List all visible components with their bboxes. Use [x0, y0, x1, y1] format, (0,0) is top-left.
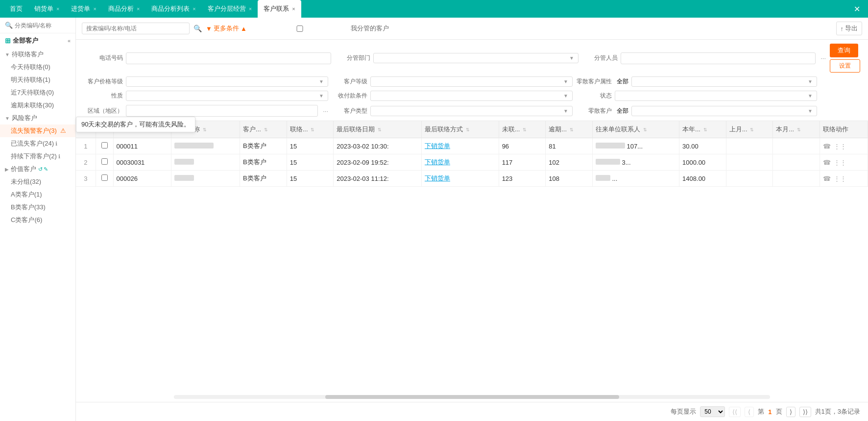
sidebar-item-declining[interactable]: 持续下滑客户(2) ℹ: [0, 150, 75, 163]
row2-more-icon[interactable]: ⋮⋮: [834, 159, 846, 166]
cust-grade-select[interactable]: ▼: [370, 76, 573, 87]
sidebar-all-customers[interactable]: ⊞ 全部客户 «: [0, 33, 75, 48]
sidebar-item-churned[interactable]: 已流失客户(24) ℹ: [0, 137, 75, 150]
my-customers-checkbox-label[interactable]: 我分管的客户: [251, 24, 389, 33]
close-tab-customer-contact[interactable]: ×: [292, 6, 295, 12]
sidebar-item-today[interactable]: 今天待联络(0): [0, 61, 75, 74]
row1-contact-icon[interactable]: ☎: [823, 143, 831, 150]
scrollbar-track[interactable]: [174, 395, 770, 399]
row1-not-contact: 96: [499, 138, 546, 154]
row3-contact-icon[interactable]: ☎: [823, 175, 831, 182]
manager-dots-icon[interactable]: ···: [820, 54, 826, 62]
close-tab-product-analysis[interactable]: ×: [137, 6, 140, 12]
sidebar-item-c-class[interactable]: C类客户(6): [0, 214, 75, 226]
per-page-select[interactable]: 50 100 200: [700, 406, 725, 417]
price-grade-select[interactable]: ▼: [126, 76, 328, 87]
tab-product-analysis-list[interactable]: 商品分析列表 ×: [145, 0, 201, 18]
horizontal-scrollbar[interactable]: [76, 393, 868, 402]
this-month-column-header[interactable]: 本月... ⇅: [773, 121, 820, 138]
close-tab-customer-tier[interactable]: ×: [249, 6, 252, 12]
refresh-icon[interactable]: ↺: [38, 166, 43, 173]
row2-check[interactable]: [101, 158, 108, 165]
manager-input[interactable]: [621, 52, 816, 64]
tab-customer-tier[interactable]: 客户分层经营 ×: [202, 0, 258, 18]
region-input[interactable]: [126, 105, 318, 117]
row1-check[interactable]: [101, 142, 108, 149]
row1-action: ☎ ⋮⋮: [820, 138, 868, 154]
export-button[interactable]: ↑ 导出: [836, 22, 863, 35]
row1-checkbox[interactable]: [96, 138, 113, 154]
row3-more-icon[interactable]: ⋮⋮: [834, 175, 846, 182]
phone-input[interactable]: [126, 52, 331, 64]
status-select[interactable]: ▼: [615, 91, 817, 101]
sidebar-item-b-class[interactable]: B类客户(33): [0, 201, 75, 214]
last-page-button[interactable]: ⟩⟩: [799, 407, 811, 417]
close-tab-purchase[interactable]: ×: [93, 6, 96, 12]
row1-this-month: [773, 138, 820, 154]
contact-person-column-header[interactable]: 往来单位联系人 ⇅: [592, 121, 679, 138]
prev-page-button[interactable]: ⟨: [745, 407, 754, 417]
row3-last-method[interactable]: 下销货单: [422, 171, 499, 187]
table-area[interactable]: ⚙ 客户编码 ⇅ 客户名称 ⇅: [76, 121, 868, 393]
query-button[interactable]: 查询: [830, 44, 858, 57]
tab-sales[interactable]: 销货单 ×: [28, 0, 65, 18]
cust-type-select[interactable]: ▼: [370, 106, 573, 116]
region-dots-icon[interactable]: ···: [323, 107, 328, 115]
sidebar-item-ungrouped[interactable]: 未分组(32): [0, 175, 75, 188]
settings-button[interactable]: 设置: [830, 59, 860, 73]
filter-search-icon[interactable]: 🔍: [193, 25, 202, 32]
more-conditions-button[interactable]: ▼ 更多条件 ▲: [206, 24, 247, 33]
next-page-button[interactable]: ⟩: [786, 407, 796, 417]
overdue-column-header[interactable]: 逾期... ⇅: [546, 121, 593, 138]
dept-select[interactable]: ▼: [373, 53, 579, 63]
sidebar-group-value[interactable]: ▶ 价值客户 ↺ ✎: [0, 163, 75, 175]
table-row: 1 000011 B类客户 15 2023-03-02 10:30: 下销货单 …: [76, 138, 868, 154]
row2-contact-icon[interactable]: ☎: [823, 159, 831, 166]
scrollbar-thumb[interactable]: [325, 395, 619, 399]
row2-checkbox[interactable]: [96, 154, 113, 171]
row1-this-year: 30.00: [679, 138, 726, 154]
last-method-column-header[interactable]: 最后联络方式 ⇅: [422, 121, 499, 138]
this-year-column-header[interactable]: 本年... ⇅: [679, 121, 726, 138]
row2-not-contact: 117: [499, 154, 546, 171]
not-contact-column-header[interactable]: 未联... ⇅: [499, 121, 546, 138]
sidebar-item-a-class[interactable]: A类客户(1): [0, 188, 75, 201]
row2-last-method[interactable]: 下销货单: [422, 154, 499, 171]
contact-column-header[interactable]: 联络... ⇅: [287, 121, 334, 138]
sidebar-group-risk[interactable]: ▼ 风险客户: [0, 112, 75, 124]
price-grade-label: 客户价格等级: [84, 77, 123, 86]
payment-select[interactable]: ▼: [370, 91, 573, 101]
my-customers-checkbox[interactable]: [251, 25, 349, 32]
row1-last-method[interactable]: 下销货单: [422, 138, 499, 154]
tab-product-analysis[interactable]: 商品分析 ×: [102, 0, 145, 18]
chevron-up-icon: ▲: [241, 25, 247, 32]
sidebar-search-input[interactable]: [15, 22, 71, 29]
search-input[interactable]: [82, 23, 190, 34]
close-tab-sales[interactable]: ×: [56, 6, 59, 12]
type-column-header[interactable]: 客户... ⇅: [240, 121, 287, 138]
last-month-column-header[interactable]: 上月... ⇅: [726, 121, 773, 138]
close-tab-product-analysis-list[interactable]: ×: [193, 6, 195, 12]
first-page-button[interactable]: ⟨⟨: [729, 407, 741, 417]
tab-home[interactable]: 首页: [4, 0, 28, 18]
row1-more-icon[interactable]: ⋮⋮: [834, 143, 846, 150]
retail-attr-select[interactable]: ▼: [631, 76, 817, 87]
tab-purchase[interactable]: 进货单 ×: [65, 0, 102, 18]
close-all-tabs[interactable]: ✕: [850, 4, 864, 14]
nature-select[interactable]: ▼: [126, 91, 328, 101]
retail-select[interactable]: ▼: [631, 106, 817, 116]
sidebar-item-overdue[interactable]: 逾期未联络(30): [0, 99, 75, 112]
row3-checkbox[interactable]: [96, 171, 113, 187]
sidebar-group-pending[interactable]: ▼ 待联络客户: [0, 48, 75, 61]
table-row: 2 00030031 B类客户 15 2023-02-09 19:52: 下销货…: [76, 154, 868, 171]
contact-sort-icon: ⇅: [311, 127, 314, 132]
row2-last-month: [726, 154, 773, 171]
tab-customer-contact[interactable]: 客户联系 ×: [258, 0, 301, 18]
row3-check[interactable]: [101, 174, 108, 181]
edit-icon[interactable]: ✎: [44, 166, 48, 173]
sidebar-item-tomorrow[interactable]: 明天待联络(1): [0, 74, 75, 86]
sidebar-item-churn-warning[interactable]: 流失预警客户(3) ⚠: [0, 124, 75, 137]
sidebar-item-7days[interactable]: 近7天待联络(0): [0, 86, 75, 99]
last-date-column-header[interactable]: 最后联络日期 ⇅: [334, 121, 422, 138]
status-label: 状态: [573, 92, 612, 100]
